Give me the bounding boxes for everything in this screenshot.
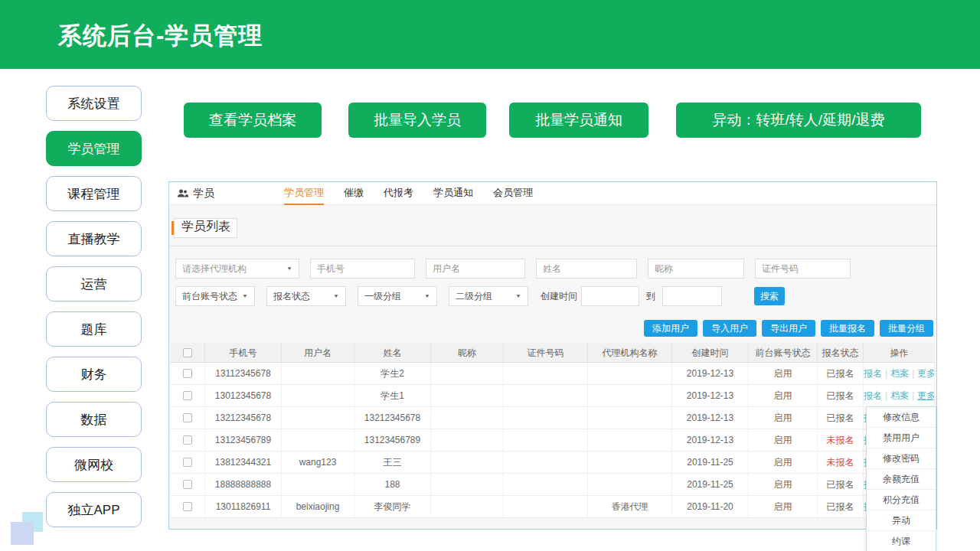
- cell-id_no: [504, 385, 588, 407]
- search-button[interactable]: 搜索: [754, 287, 785, 305]
- quick-action-button[interactable]: 批量学员通知: [509, 103, 648, 138]
- row-checkbox[interactable]: [183, 435, 192, 445]
- cell-account_status: 启用: [749, 363, 818, 385]
- cell-account_status: 启用: [749, 452, 818, 474]
- group2-select[interactable]: 二级分组▼: [449, 286, 528, 306]
- import-users-button[interactable]: 导入用户: [703, 320, 756, 337]
- sidebar-item[interactable]: 独立APP: [46, 492, 142, 527]
- bulk-group-button[interactable]: 批量分组: [880, 320, 933, 337]
- row-checkbox[interactable]: [183, 458, 192, 467]
- signup-link[interactable]: 报名: [864, 390, 882, 401]
- cell-name: 李俊同学: [354, 496, 431, 518]
- bulk-signup-button[interactable]: 批量报名: [821, 320, 874, 337]
- created-to-input[interactable]: [662, 286, 722, 306]
- sidebar-item[interactable]: 财务: [46, 357, 142, 392]
- page-title: 系统后台-学员管理: [58, 20, 263, 52]
- group1-select[interactable]: 一级分组▼: [358, 286, 437, 306]
- chevron-down-icon: ▼: [424, 293, 430, 298]
- created-from-input[interactable]: [581, 286, 639, 306]
- quick-action-button[interactable]: 异动：转班/转人/延期/退费: [676, 103, 921, 138]
- cell-agency: [588, 452, 672, 474]
- more-context-menu: 修改信息禁用用户修改密码余额充值积分充值异动约课: [866, 406, 936, 551]
- export-users-button[interactable]: 导出用户: [762, 320, 815, 337]
- cell-id_no: [504, 429, 588, 452]
- account-status-select[interactable]: 前台账号状态▼: [175, 286, 255, 306]
- menu-item-edit-info[interactable]: 修改信息: [867, 407, 936, 428]
- quick-action-button[interactable]: 查看学员档案: [184, 103, 322, 138]
- row-checkbox[interactable]: [183, 502, 192, 511]
- row-checkbox[interactable]: [183, 413, 192, 422]
- cell-phone: 13123456789: [205, 429, 282, 452]
- sidebar-item[interactable]: 运营: [46, 266, 142, 302]
- signup-status-select[interactable]: 报名状态▼: [266, 286, 346, 306]
- cell-nickname: [431, 407, 504, 429]
- menu-item-transfer[interactable]: 异动: [867, 510, 936, 531]
- row-checkbox[interactable]: [183, 369, 192, 378]
- app-header: 系统后台-学员管理: [0, 0, 980, 69]
- sidebar-item[interactable]: 系统设置: [46, 86, 142, 121]
- row-checkbox[interactable]: [183, 480, 192, 489]
- quick-actions-row: 查看学员档案批量导入学员批量学员通知异动：转班/转人/延期/退费: [184, 103, 934, 138]
- row-checkbox-cell: [171, 496, 205, 518]
- menu-item-change-password[interactable]: 修改密码: [867, 448, 936, 469]
- sidebar-item[interactable]: 课程管理: [46, 176, 142, 211]
- name-filter-input[interactable]: [536, 259, 637, 279]
- tab[interactable]: 学员管理: [284, 182, 324, 205]
- row-checkbox-cell: [171, 474, 205, 496]
- phone-filter-input[interactable]: [310, 259, 415, 279]
- tab[interactable]: 代报考: [384, 182, 413, 205]
- menu-item-points-recharge[interactable]: 积分充值: [867, 490, 936, 510]
- sidebar-item[interactable]: 微网校: [46, 447, 142, 482]
- column-header: 用户名: [282, 343, 354, 363]
- profile-link[interactable]: 档案: [890, 390, 909, 401]
- cell-phone: 13011826911: [205, 496, 282, 518]
- cell-actions: 报名|档案|更多: [864, 363, 935, 385]
- sidebar-item[interactable]: 直播教学: [46, 221, 142, 256]
- link-separator: |: [912, 390, 914, 401]
- cell-actions: 报名|档案|更多: [864, 385, 935, 407]
- add-user-button[interactable]: 添加用户: [644, 320, 697, 337]
- menu-item-disable-user[interactable]: 禁用用户: [867, 428, 936, 448]
- nickname-filter-input[interactable]: [648, 259, 744, 279]
- column-header: 昵称: [431, 343, 504, 363]
- column-header: 创建时间: [672, 343, 749, 363]
- tab[interactable]: 会员管理: [493, 182, 533, 205]
- cell-agency: [588, 429, 672, 452]
- cell-nickname: [431, 474, 504, 496]
- cell-agency: [588, 363, 672, 385]
- quick-action-button[interactable]: 批量导入学员: [348, 103, 486, 138]
- cell-id_no: [504, 407, 588, 429]
- profile-link[interactable]: 档案: [890, 368, 909, 379]
- tab[interactable]: 催缴: [344, 182, 364, 205]
- sidebar-item[interactable]: 题库: [46, 311, 142, 347]
- select-all-checkbox[interactable]: [183, 348, 192, 357]
- signup-link[interactable]: 报名: [864, 368, 882, 379]
- row-checkbox[interactable]: [183, 391, 192, 400]
- idno-filter-input[interactable]: [755, 259, 851, 279]
- column-header: 姓名: [354, 343, 431, 363]
- sidebar-item[interactable]: 学员管理: [46, 131, 142, 166]
- menu-item-balance-recharge[interactable]: 余额充值: [867, 469, 936, 490]
- tab[interactable]: 学员通知: [433, 182, 473, 205]
- more-link[interactable]: 更多: [917, 368, 935, 379]
- cell-id_no: [504, 452, 588, 474]
- link-separator: |: [885, 390, 887, 401]
- cell-username: beixiaojing: [282, 496, 354, 518]
- sidebar-item[interactable]: 数据: [46, 402, 142, 437]
- menu-item-book-lesson[interactable]: 约课: [867, 531, 936, 551]
- select-value: 一级分组: [364, 290, 401, 303]
- agency-select[interactable]: 请选择代理机构▼: [175, 259, 299, 279]
- username-filter-input[interactable]: [426, 259, 525, 279]
- column-header: 证件号码: [504, 343, 588, 363]
- cell-nickname: [431, 429, 504, 452]
- cell-username: [282, 407, 354, 429]
- cell-name: 学生1: [354, 385, 431, 407]
- student-panel: 学员 学员管理催缴代报考学员通知会员管理 学员列表 请选择代理机构▼ 前台账号状…: [168, 181, 937, 530]
- more-link[interactable]: 更多: [917, 390, 935, 401]
- column-header: 手机号: [205, 343, 282, 363]
- cell-signup_status: 未报名: [818, 452, 864, 474]
- column-header: 前台账号状态: [749, 343, 818, 363]
- column-header: 报名状态: [818, 343, 864, 363]
- select-value: 报名状态: [273, 290, 310, 303]
- module-label: 学员: [177, 187, 284, 201]
